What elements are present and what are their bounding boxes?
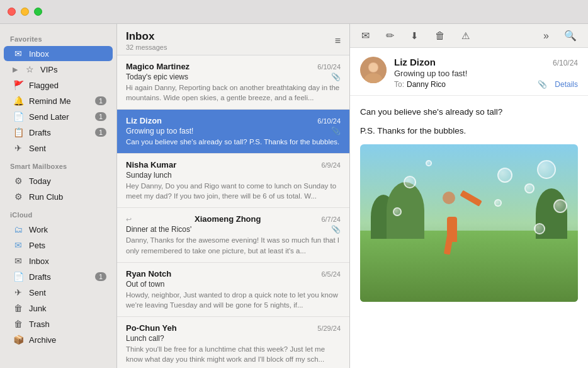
svg-point-3 [369,63,378,72]
more-toolbar-btn[interactable]: » [541,29,551,43]
msg-sender: Po-Chun Yeh [126,323,177,333]
sidebar-item-drafts-label: Drafts [29,128,51,137]
inbox-icon: ✉ [13,49,24,59]
msg-date: 6/5/24 [321,270,341,278]
msg-date: 6/10/24 [317,117,341,125]
sidebar-item-trash[interactable]: 🗑 Trash [4,316,113,331]
message-item-magico[interactable]: Magico Martinez 6/10/24 Today's epic vie… [117,55,349,110]
message-item-ryan[interactable]: Ryan Notch 6/5/24 Out of town Howdy, nei… [117,263,349,317]
msg-subject: Today's epic views [126,72,188,81]
title-bar [0,0,588,24]
sidebar-item-vips[interactable]: ▶ ☆ VIPs [4,62,113,77]
icloud-label: iCloud [0,205,116,221]
today-icon: ⚙ [13,176,24,186]
sidebar-item-flagged[interactable]: 🚩 Flagged [4,78,113,93]
details-link[interactable]: Details [555,80,578,89]
message-count: 32 messages [126,43,167,51]
message-item-xiaomeng[interactable]: ↩ Xiaomeng Zhong 6/7/24 Dinner at the Ri… [117,208,349,262]
minimize-button[interactable] [21,8,29,16]
message-list-header: Inbox 32 messages ≡ [117,24,349,55]
sidebar-item-icloud-sent[interactable]: ✈ Sent [4,285,113,300]
sidebar-item-archive[interactable]: 📦 Archive [4,332,113,347]
sidebar-item-run-club[interactable]: ⚙ Run Club [4,189,113,204]
msg-subject: Sunday lunch [126,171,172,180]
to-value: Danny Rico [407,80,446,89]
detail-toolbar: ✉ ✏ ⬇ 🗑 ⚠ » 🔍 [350,24,588,48]
detail-date: 6/10/24 [553,59,578,67]
run-club-icon: ⚙ [13,192,24,202]
chevron-icon: ▶ [13,66,18,74]
message-item-pochun[interactable]: Po-Chun Yeh 5/29/24 Lunch call? Think yo… [117,317,349,368]
sidebar-item-today[interactable]: ⚙ Today [4,173,113,188]
sidebar-item-icloud-drafts-label: Drafts [29,272,51,282]
attachment-icon: 📎 [331,127,341,135]
msg-sender: Liz Dizon [126,116,162,125]
mail-toolbar-btn[interactable]: ✉ [359,28,372,43]
sidebar-item-work[interactable]: 🗂 Work [4,222,113,237]
msg-date: 6/7/24 [321,216,341,223]
drafts-icon: 📋 [13,127,24,137]
maximize-button[interactable] [34,8,42,16]
search-toolbar-btn[interactable]: 🔍 [562,28,579,43]
msg-date: 6/10/24 [317,63,341,71]
flag-icon: 🚩 [13,80,24,90]
message-item-liz[interactable]: Liz Dizon 6/10/24 Growing up too fast! 📎… [117,110,349,154]
sidebar-item-inbox[interactable]: ✉ Inbox [4,46,113,61]
detail-body: Can you believe she's already so tall? P… [350,96,588,368]
sidebar-item-send-later[interactable]: 📄 Send Later 1 [4,109,113,124]
archive-icon: 📦 [13,335,24,345]
trash-icon: 🗑 [13,319,24,329]
detail-subject: Growing up too fast! [394,69,578,78]
send-later-icon: 📄 [13,112,24,122]
messages-scroll[interactable]: Magico Martinez 6/10/24 Today's epic vie… [117,55,349,368]
compose-toolbar-btn[interactable]: ✏ [383,28,397,43]
message-list: Inbox 32 messages ≡ Magico Martinez 6/10… [117,24,350,368]
sidebar-item-remind-me[interactable]: 🔔 Remind Me 1 [4,93,113,108]
sidebar-item-sendlater-label: Send Later [29,112,69,122]
sidebar-item-pets-label: Pets [29,241,45,250]
sidebar: Favorites ✉ Inbox ▶ ☆ VIPs 🚩 Flagged 🔔 R… [0,24,117,368]
close-button[interactable] [8,8,16,16]
sidebar-item-sent-label: Sent [29,144,46,153]
msg-preview: Hey Danny, Do you and Rigo want to come … [126,181,341,201]
sidebar-item-archive-label: Archive [29,335,56,345]
archive-toolbar-btn[interactable]: ⬇ [408,29,421,43]
main-layout: Favorites ✉ Inbox ▶ ☆ VIPs 🚩 Flagged 🔔 R… [0,24,588,368]
junk-toolbar-btn[interactable]: ⚠ [459,29,472,43]
attachment-icon: 📎 [331,225,341,234]
sidebar-item-icloud-drafts[interactable]: 📄 Drafts 1 [4,269,113,284]
msg-subject: Dinner at the Ricos' [126,225,191,234]
send-later-badge: 1 [95,112,106,121]
sidebar-item-sent[interactable]: ✈ Sent [4,141,113,156]
sidebar-item-runclub-label: Run Club [29,192,63,202]
message-item-nisha[interactable]: Nisha Kumar 6/9/24 Sunday lunch Hey Dann… [117,154,349,208]
sidebar-item-work-label: Work [29,225,48,234]
favorites-section-label: Favorites [0,29,116,45]
detail-sender: Liz Dizon [394,57,436,67]
msg-sender: Magico Martinez [126,62,189,71]
sidebar-item-today-label: Today [29,176,51,186]
forward-icon: ↩ [126,216,132,224]
sidebar-item-junk[interactable]: 🗑 Junk [4,301,113,316]
detail-pane: ✉ ✏ ⬇ 🗑 ⚠ » 🔍 Liz Dizon [350,24,588,368]
sidebar-item-vips-label: VIPs [40,65,57,74]
attachment-icon: 📎 [331,72,341,81]
delete-toolbar-btn[interactable]: 🗑 [433,29,448,43]
sidebar-item-icloud-inbox[interactable]: ✉ Inbox [4,253,113,268]
to-label: To: [394,80,404,89]
sidebar-item-remindme-label: Remind Me [29,96,71,106]
detail-attachment-icon: 📎 [538,80,547,89]
msg-preview: Think you'll be free for a lunchtime cha… [126,344,341,364]
sidebar-item-pets[interactable]: ✉ Pets [4,238,113,253]
msg-subject: Out of town [126,280,164,289]
junk-icon: 🗑 [13,303,24,313]
msg-sender: Xiaomeng Zhong [195,214,261,224]
msg-preview: Danny, Thanks for the awesome evening! I… [126,235,341,255]
remind-me-badge: 1 [95,96,106,105]
sidebar-item-drafts[interactable]: 📋 Drafts 1 [4,125,113,140]
smart-mailboxes-label: Smart Mailboxes [0,156,116,173]
sidebar-item-flagged-label: Flagged [29,81,59,90]
folder-work-icon: 🗂 [13,224,24,234]
msg-date: 6/9/24 [321,161,341,169]
filter-icon[interactable]: ≡ [335,35,341,47]
